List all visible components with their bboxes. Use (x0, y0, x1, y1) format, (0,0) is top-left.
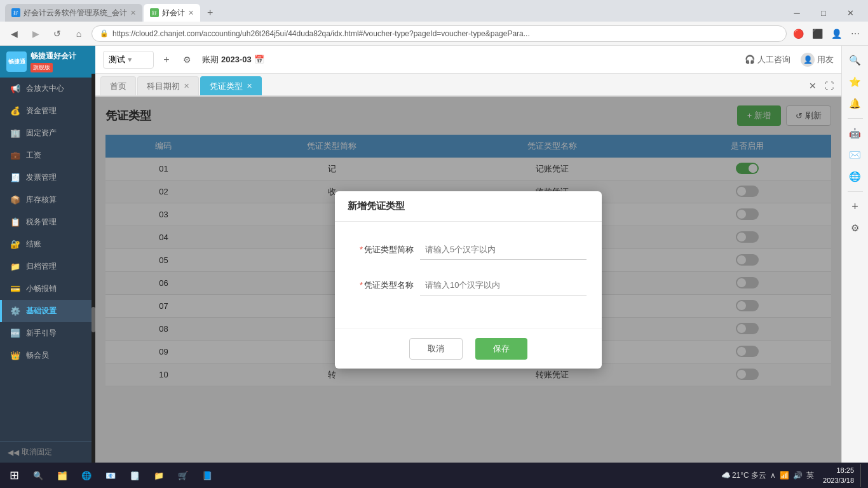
guide-icon: 🆕 (10, 329, 21, 338)
tab-voucher-type-label: 凭证类型 (210, 81, 243, 92)
sidebar-item-checkout[interactable]: 🔐 结账 (0, 233, 95, 255)
taskbar-multitask[interactable]: 🗂️ (51, 464, 74, 487)
tab1-title: 好会计云务软件管理系统_会计 (24, 8, 127, 18)
sidebar-item-capital[interactable]: 💰 资金管理 (0, 100, 95, 122)
sidebar-item-guide[interactable]: 🆕 新手引导 (0, 322, 95, 344)
right-star-btn[interactable]: ⭐ (846, 72, 865, 92)
window-minimize[interactable]: ─ (784, 4, 810, 22)
tab-home-label: 首页 (110, 81, 126, 92)
basic-icon: ⚙️ (10, 306, 21, 316)
tax-icon: 📋 (10, 217, 21, 227)
sidebar-item-tax[interactable]: 📋 税务管理 (0, 211, 95, 233)
tab2-favicon: 好 (150, 8, 159, 17)
tab1-close[interactable]: ✕ (130, 9, 136, 17)
calendar-icon[interactable]: 📅 (254, 55, 264, 64)
fullname-label: *凭证类型名称 (350, 280, 420, 291)
period-label: 账期 (202, 54, 219, 65)
member-label: 畅会员 (26, 350, 49, 361)
user-profile-icon[interactable]: 👤 (829, 26, 844, 41)
back-button[interactable]: ◀ (5, 25, 23, 43)
tab-expand-btn[interactable]: ⛶ (822, 79, 836, 93)
right-search-btn[interactable]: 🔍 (846, 51, 865, 70)
company-name: 测试 (109, 54, 125, 65)
modal-title: 新增凭证类型 (348, 200, 405, 212)
user-label: 用友 (817, 54, 834, 65)
add-company-button[interactable]: + (159, 52, 174, 67)
right-notification-btn[interactable]: 🔔 (846, 94, 865, 113)
taskbar-edge[interactable]: 🌐 (75, 464, 98, 487)
salary-icon: 💼 (10, 151, 21, 160)
network-icon[interactable]: 📶 (780, 471, 789, 480)
guide-label: 新手引导 (26, 328, 57, 339)
sidebar-item-basic[interactable]: ⚙️ 基础设置 (0, 300, 95, 322)
date-value: 2023/3/18 (823, 475, 854, 486)
taskbar-files[interactable]: 📁 (147, 464, 170, 487)
sidebar-item-fixed-assets[interactable]: 🏢 固定资产 (0, 122, 95, 144)
notice-icon: 📢 (10, 84, 21, 93)
fullname-input[interactable] (420, 275, 587, 295)
tab-minimize-btn[interactable]: ✕ (806, 79, 820, 93)
expense-label: 小畅报销 (26, 283, 57, 294)
expand-icon[interactable]: ∧ (770, 471, 776, 480)
archive-icon: 📁 (10, 262, 21, 271)
cancel-fixed-btn[interactable]: ◀◀ 取消固定 (0, 441, 95, 463)
shortname-input[interactable] (420, 240, 587, 260)
sidebar-item-expense[interactable]: 💳 小畅报销 (0, 278, 95, 300)
right-earth-btn[interactable]: 🌐 (846, 167, 865, 186)
tab2-close[interactable]: ✕ (188, 9, 194, 17)
right-email-btn[interactable]: ✉️ (846, 146, 865, 165)
sidebar-item-salary[interactable]: 💼 工资 (0, 144, 95, 166)
sidebar: 畅捷通 畅捷通好会计 旗舰版 📢 会放大中心 💰 资金管理 🏢 固定资产 💼 工… (0, 46, 95, 463)
sidebar-item-inventory[interactable]: 📦 库存核算 (0, 189, 95, 211)
taskbar: ⊞ 🔍 🗂️ 🌐 📧 🗒️ 📁 🛒 📘 ☁️ 21°C 多云 ∧ 📶 🔊 英 1… (0, 463, 868, 488)
browser-tab-inactive[interactable]: 好 好会计云务软件管理系统_会计 ✕ (5, 4, 142, 22)
forward-button[interactable]: ▶ (27, 25, 44, 43)
member-icon: 👑 (10, 351, 21, 360)
new-tab-button[interactable]: + (201, 4, 219, 22)
bookmark-icon[interactable]: 🔴 (790, 26, 806, 41)
settings-button[interactable]: ⚙ (179, 52, 194, 67)
taskbar-teams[interactable]: 📘 (196, 464, 219, 487)
sidebar-item-member[interactable]: 👑 畅会员 (0, 344, 95, 367)
expense-icon: 💳 (10, 284, 21, 294)
more-options-icon[interactable]: ⋯ (848, 26, 863, 41)
sidebar-item-invoice[interactable]: 🧾 发票管理 (0, 166, 95, 189)
taskbar-notepad[interactable]: 🗒️ (123, 464, 146, 487)
right-add-btn[interactable]: + (846, 197, 865, 216)
taskbar-search[interactable]: 🔍 (27, 464, 50, 487)
modal-dialog: 新增凭证类型 *凭证类型简称 *凭证类型名称 (335, 191, 602, 369)
user-button[interactable]: 👤 用友 (801, 53, 834, 67)
tab-voucher-type[interactable]: 凭证类型 ✕ (200, 76, 262, 95)
volume-icon[interactable]: 🔊 (793, 471, 803, 480)
sidebar-item-notice[interactable]: 📢 会放大中心 (0, 78, 95, 100)
browser-tab-active[interactable]: 好 好会计 ✕ (144, 4, 200, 22)
address-input[interactable]: 🔒 https://cloud2.chanjet.com/accounting/… (92, 25, 787, 42)
right-settings-btn[interactable]: ⚙ (846, 219, 865, 238)
tab-subject-close[interactable]: ✕ (184, 82, 189, 90)
tab-home[interactable]: 首页 (100, 76, 136, 95)
tab-subject[interactable]: 科目期初 ✕ (137, 76, 199, 95)
refresh-button[interactable]: ↺ (48, 25, 66, 43)
service-button[interactable]: 🎧 人工咨询 (745, 54, 790, 65)
right-divider2 (848, 191, 863, 192)
weather-display: ☁️ 21°C 多云 (721, 470, 766, 481)
cancel-button[interactable]: 取消 (409, 338, 463, 360)
extensions-icon[interactable]: ⬛ (810, 26, 825, 41)
tab-voucher-type-close[interactable]: ✕ (247, 82, 252, 90)
right-bot-btn[interactable]: 🤖 (846, 124, 865, 143)
modal-footer: 取消 保存 (335, 329, 602, 369)
taskbar-store[interactable]: 🛒 (172, 464, 194, 487)
show-desktop-btn[interactable] (860, 464, 865, 487)
clock-display[interactable]: 18:25 2023/3/18 (818, 465, 859, 486)
taskbar-mail[interactable]: 📧 (99, 464, 122, 487)
window-close[interactable]: ✕ (837, 4, 863, 22)
sidebar-item-archive[interactable]: 📁 归档管理 (0, 255, 95, 278)
browser-chrome: 好 好会计云务软件管理系统_会计 ✕ 好 好会计 ✕ + ─ □ ✕ (0, 0, 868, 22)
start-button[interactable]: ⊞ (3, 464, 25, 487)
company-selector[interactable]: 测试 ▾ (103, 51, 154, 69)
home-button[interactable]: ⌂ (70, 25, 88, 43)
sidebar-logo: 畅捷通 畅捷通好会计 旗舰版 (0, 46, 95, 78)
save-button[interactable]: 保存 (475, 338, 527, 360)
tab-subject-label: 科目期初 (147, 81, 180, 92)
window-maximize[interactable]: □ (811, 4, 836, 22)
